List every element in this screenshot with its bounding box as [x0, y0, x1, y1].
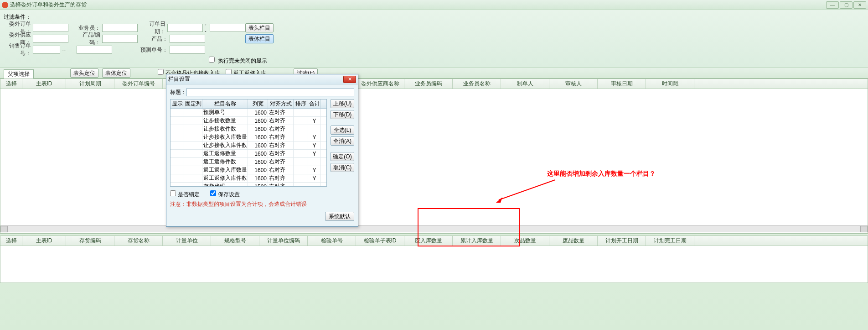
- dialog-titlebar[interactable]: 栏目设置 ✕: [166, 74, 358, 84]
- gh-period[interactable]: 计划周期: [66, 79, 114, 89]
- table-row[interactable]: 存货代码1500左对齐: [170, 183, 326, 186]
- move-down-button[interactable]: 下移(D): [331, 110, 354, 119]
- cell-show[interactable]: [170, 158, 184, 166]
- cell-fixed[interactable]: [184, 133, 202, 141]
- close-button[interactable]: ✕: [853, 1, 866, 9]
- lock-checkbox-label[interactable]: 是否锁定: [170, 191, 200, 198]
- table-row[interactable]: 预测单号1600左对齐: [170, 109, 326, 117]
- gh2-inspsub[interactable]: 检验单子表ID: [356, 236, 404, 246]
- forecast-input[interactable]: [170, 46, 205, 54]
- cell-fixed[interactable]: [184, 174, 202, 182]
- table-row[interactable]: 让步接收数量1600右对齐Y: [170, 117, 326, 125]
- gh2-unit[interactable]: 计量单位: [163, 236, 211, 246]
- table-row[interactable]: 返工返修入库件数1600右对齐Y: [170, 174, 326, 183]
- reject-sync-checkbox[interactable]: [158, 69, 164, 75]
- gh-salesname[interactable]: 业务员名称: [453, 79, 501, 89]
- gh-auditor[interactable]: 审核人: [549, 79, 598, 89]
- parent-grid-body[interactable]: [0, 89, 868, 225]
- dth-width[interactable]: 列宽: [248, 100, 268, 108]
- select-none-button[interactable]: 全消(A): [331, 136, 354, 146]
- sales-order-from[interactable]: [33, 46, 60, 54]
- default-button[interactable]: 系统默认: [325, 212, 354, 221]
- sales-order-to[interactable]: [77, 46, 112, 54]
- table-row[interactable]: 返工返修入库数量1600右对齐Y: [170, 166, 326, 174]
- minimize-button[interactable]: —: [826, 1, 839, 9]
- cell-show[interactable]: [170, 166, 184, 174]
- select-all-button[interactable]: 全选(L): [331, 126, 354, 135]
- order-date-to[interactable]: [210, 24, 245, 32]
- cell-fixed[interactable]: [184, 109, 202, 116]
- body-locate-button[interactable]: 表体定位: [102, 68, 130, 78]
- gh2-defqty[interactable]: 次品数量: [501, 236, 549, 246]
- exec-open-checkbox[interactable]: [209, 57, 215, 63]
- gh2-unitcode[interactable]: 计量单位编码: [259, 236, 308, 246]
- scroll-track[interactable]: [8, 226, 860, 232]
- gh2-scrapqty[interactable]: 废品数量: [549, 236, 598, 246]
- table-row[interactable]: 让步接收入库件数1600右对齐Y: [170, 141, 326, 150]
- product-input[interactable]: [170, 35, 205, 43]
- dth-sort[interactable]: 排序: [294, 100, 308, 108]
- gh2-select[interactable]: 选择: [0, 236, 22, 246]
- table-row[interactable]: 返工返修数量1600右对齐Y: [170, 150, 326, 158]
- dialog-title-input[interactable]: [186, 88, 354, 96]
- save-checkbox[interactable]: [210, 190, 216, 196]
- gh-mainid[interactable]: 主表ID: [22, 79, 66, 89]
- gh2-cuminqty[interactable]: 累计入库数量: [453, 236, 501, 246]
- gh2-invcode[interactable]: 存货编码: [66, 236, 114, 246]
- gh-salescode[interactable]: 业务员编码: [404, 79, 453, 89]
- cell-fixed[interactable]: [184, 141, 202, 149]
- cell-show[interactable]: [170, 109, 184, 116]
- gh2-mainid[interactable]: 主表ID: [22, 236, 66, 246]
- header-locate-button[interactable]: 表头定位: [70, 68, 98, 78]
- dth-name[interactable]: 栏目名称: [202, 100, 248, 108]
- save-checkbox-label[interactable]: 保存设置: [210, 191, 240, 198]
- cell-fixed[interactable]: [184, 183, 202, 186]
- table-row[interactable]: 让步接收件数1600右对齐: [170, 125, 326, 133]
- parent-grid-scrollbar[interactable]: [0, 225, 868, 232]
- gh-supplier[interactable]: 委外供应商名称: [356, 79, 404, 89]
- table-row[interactable]: 返工返修件数1600右对齐: [170, 158, 326, 166]
- gh-creator[interactable]: 制单人: [501, 79, 549, 89]
- cell-show[interactable]: [170, 133, 184, 141]
- cell-fixed[interactable]: [184, 150, 202, 157]
- cell-fixed[interactable]: [184, 117, 202, 125]
- dth-sum[interactable]: 合计: [308, 100, 321, 108]
- cell-fixed[interactable]: [184, 125, 202, 133]
- gh2-spec[interactable]: 规格型号: [211, 236, 259, 246]
- cell-show[interactable]: [170, 150, 184, 157]
- cell-show[interactable]: [170, 183, 184, 186]
- product-code-input[interactable]: [102, 35, 138, 43]
- gh-select[interactable]: 选择: [0, 79, 22, 89]
- lock-checkbox[interactable]: [170, 190, 176, 196]
- scroll-right-icon[interactable]: [860, 226, 868, 232]
- parent-tab[interactable]: 父项选择: [4, 69, 34, 79]
- cell-show[interactable]: [170, 117, 184, 125]
- gh-orderno[interactable]: 委外订单编号: [114, 79, 163, 89]
- dth-fixed[interactable]: 固定列: [184, 100, 202, 108]
- gh-timestamp[interactable]: 时间戳: [646, 79, 694, 89]
- move-up-button[interactable]: 上移(U): [331, 99, 354, 108]
- dth-show[interactable]: 显示: [170, 100, 184, 108]
- cell-fixed[interactable]: [184, 158, 202, 166]
- body-column-button[interactable]: 表体栏目: [245, 34, 274, 43]
- cell-show[interactable]: [170, 174, 184, 182]
- dialog-close-button[interactable]: ✕: [343, 76, 356, 83]
- header-column-button[interactable]: 表头栏目: [245, 23, 274, 32]
- dialog-table-body[interactable]: 预测单号1600左对齐让步接收数量1600右对齐Y让步接收件数1600右对齐让步…: [170, 109, 326, 186]
- gh2-inspno[interactable]: 检验单号: [308, 236, 356, 246]
- gh-auditdate[interactable]: 审核日期: [598, 79, 646, 89]
- dth-align[interactable]: 对齐方式: [268, 100, 294, 108]
- table-row[interactable]: 让步接收入库数量1600右对齐Y: [170, 133, 326, 141]
- cancel-button[interactable]: 取消(C): [331, 163, 354, 172]
- cell-show[interactable]: [170, 141, 184, 149]
- gh2-inqty[interactable]: 应入库数量: [404, 236, 453, 246]
- gh2-planend[interactable]: 计划完工日期: [646, 236, 694, 246]
- cell-fixed[interactable]: [184, 166, 202, 174]
- child-grid-body[interactable]: [0, 246, 868, 283]
- order-date-from[interactable]: [167, 24, 203, 32]
- maximize-button[interactable]: ▢: [840, 1, 852, 9]
- exec-open-checkbox-label[interactable]: 执行完未关闭的显示: [209, 57, 267, 65]
- gh2-invname[interactable]: 存货名称: [114, 236, 163, 246]
- ok-button[interactable]: 确定(O): [331, 152, 354, 161]
- cell-show[interactable]: [170, 125, 184, 133]
